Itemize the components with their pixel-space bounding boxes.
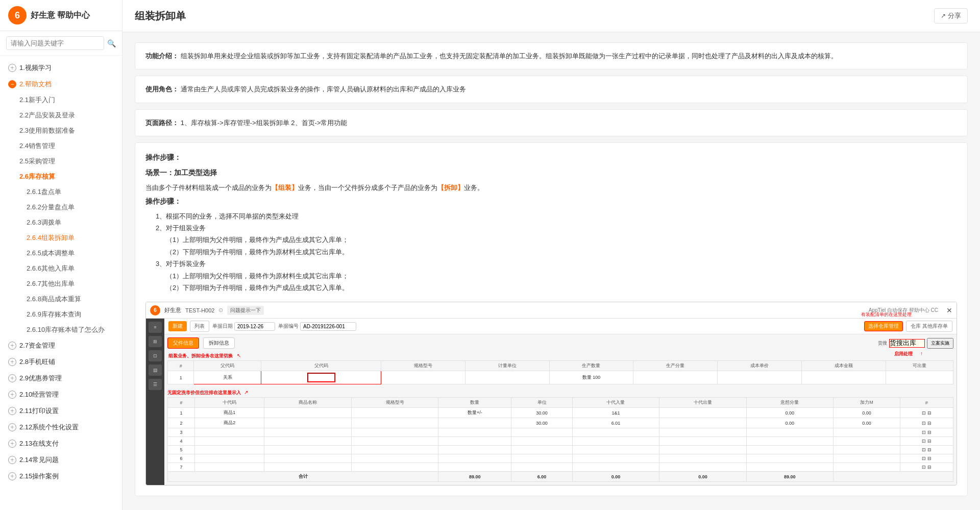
sku-input[interactable] <box>300 322 356 331</box>
sidebar-item-online-pay[interactable]: + 2.13在线支付 <box>0 435 122 452</box>
footer-val2: 6.00 <box>511 472 572 482</box>
bth-m: 加力M <box>834 398 900 408</box>
test-id: TEST-H002 <box>185 307 214 313</box>
plus-icon-cases: + <box>8 472 16 480</box>
app-sidebar-icon4[interactable]: ▤ <box>149 365 162 376</box>
search-label: 货搜 <box>878 340 887 347</box>
bth-in: 十代入量 <box>572 398 659 408</box>
sidebar-item-finance[interactable]: + 2.7资金管理 <box>0 337 122 354</box>
nav-group-custom: + 2.12系统个性化设置 <box>0 419 122 435</box>
sidebar-item-custom[interactable]: + 2.12系统个性化设置 <box>0 419 122 435</box>
share-icon: ↗ <box>941 12 946 19</box>
plus-icon-coupon: + <box>8 374 16 382</box>
role-label: 使用角色： <box>145 85 179 93</box>
path-block: 页面路径： 1、库存核算->库存管理->组装拆卸单 2、首页->常用功能 <box>135 109 968 136</box>
app-sidebar: ≡ ⊞ ⊡ ▤ ☰ <box>146 319 164 485</box>
main-content: 功能介绍： 组装拆卸单用来处理企业组装或拆卸等加工业务，支持有固定装配清单的产品… <box>122 32 980 510</box>
screenshot-inner: 6 好生意 TEST-H002 ⊙ 问题提示一下 AppTiel 自动保存 帮助… <box>146 302 957 485</box>
date-label: 单据日期 <box>212 323 233 330</box>
sidebar-item-data-prep[interactable]: 2.3使用前数据准备 <box>0 123 122 138</box>
intro-text: 组装拆卸单用来处理企业组装或拆卸等加工业务，支持有固定装配清单的产品加工业务，也… <box>181 52 838 60</box>
step2-2: （2）下部明细为子件明细，最终作为原材料生成其它出库单。 <box>166 246 957 258</box>
app-search-input[interactable] <box>889 339 925 348</box>
app-btn-approve[interactable]: 选择仓库管理 <box>864 321 903 331</box>
sidebar-item-print[interactable]: + 2.11打印设置 <box>0 403 122 419</box>
top-icon1: ⊙ <box>218 307 223 313</box>
sidebar-item-inv2610[interactable]: 2.6.10库存账本错了怎么办 <box>0 322 122 337</box>
search-input[interactable] <box>6 36 104 50</box>
td-unit <box>465 371 549 384</box>
app-sidebar-icon3[interactable]: ⊡ <box>149 350 162 361</box>
sidebar-item-inv262[interactable]: 2.6.2分量盘点单 <box>0 200 122 215</box>
plus-icon-ops: + <box>8 391 16 399</box>
close-icon[interactable]: ✕ <box>946 306 952 314</box>
app-btn-confirm[interactable]: 立案实施 <box>927 338 953 349</box>
nav-group-video: + 1.视频学习 <box>0 60 122 76</box>
plus-icon-mobile: + <box>8 358 16 366</box>
sidebar-item-inv264[interactable]: 2.6.4组装拆卸单 <box>0 230 122 246</box>
table-footer: 合计 89.00 6.00 0.00 0.00 89.00 <box>168 472 953 482</box>
bth-num: # <box>168 398 195 408</box>
top-btn-help[interactable]: 问题提示一下 <box>227 306 264 315</box>
app-btn-action[interactable]: 仓库 其他库存单 <box>906 321 952 332</box>
app-tab-disassembly[interactable]: 拆卸信息 <box>203 337 235 349</box>
app-layout: ≡ ⊞ ⊡ ▤ ☰ 新建 列表 <box>146 319 957 485</box>
sidebar-item-install[interactable]: 2.2产品安装及登录 <box>0 108 122 123</box>
app-sidebar-icon1[interactable]: ≡ <box>149 322 162 333</box>
th-avail: 可出量 <box>886 361 953 371</box>
sidebar-item-inv261[interactable]: 2.6.1盘点单 <box>0 184 122 200</box>
nav-group-online-pay: + 2.13在线支付 <box>0 435 122 452</box>
sidebar-item-inv265[interactable]: 2.6.5成本调整单 <box>0 246 122 261</box>
footer-val3: 0.00 <box>572 472 659 482</box>
sidebar-item-newbie[interactable]: 2.1新手入门 <box>0 92 122 108</box>
app-sidebar-icon2[interactable]: ⊞ <box>149 336 162 347</box>
plus-icon-finance: + <box>8 342 16 350</box>
table-row: 7⊡ ⊟ <box>168 463 953 472</box>
td-input[interactable] <box>307 373 335 382</box>
app-tab-parent[interactable]: 父件信息 <box>167 337 199 349</box>
arrow-icon-switch: ↖ <box>237 353 241 358</box>
td-cost-amt-val <box>802 371 886 384</box>
td-pname <box>261 371 381 384</box>
sidebar-item-cases[interactable]: + 2.15操作案例 <box>0 468 122 484</box>
table-row: 5⊡ ⊟ <box>168 446 953 454</box>
bth-out: 十代出量 <box>659 398 746 408</box>
sidebar-item-purchase[interactable]: 2.5采购管理 <box>0 154 122 169</box>
footer-val1: 89.00 <box>438 472 511 482</box>
sidebar-item-inv268[interactable]: 2.6.8商品成本重算 <box>0 292 122 307</box>
search-icon[interactable]: 🔍 <box>107 39 116 47</box>
date-input[interactable] <box>234 322 275 331</box>
step2-1: （1）上部明细为父件明细，最终作为产成品生成其它入库单； <box>166 234 957 246</box>
annotation-switch: 组装业务、拆卸业务在这里切换 <box>168 353 233 358</box>
sidebar-item-sales[interactable]: 2.4销售管理 <box>0 138 122 154</box>
plus-icon-custom: + <box>8 423 16 431</box>
minus-icon: − <box>8 80 16 88</box>
th-spec: 规格型号 <box>381 361 465 371</box>
sidebar-item-video[interactable]: + 1.视频学习 <box>0 60 122 76</box>
td-cost-price-val <box>718 371 802 384</box>
site-title: 好生意 帮助中心 <box>31 10 90 21</box>
sidebar-item-inv267[interactable]: 2.6.7其他出库单 <box>0 276 122 292</box>
th-pname: 父代码 <box>261 361 381 371</box>
sidebar-header: 6 好生意 帮助中心 <box>0 0 122 31</box>
main-header: 组装拆卸单 ↗ 分享 <box>122 0 980 32</box>
sidebar-item-coupon[interactable]: + 2.9优惠券管理 <box>0 370 122 386</box>
nav-list: + 1.视频学习 − 2.帮助文档 2.1新手入门 2.2产品安装及登录 2.3… <box>0 56 122 510</box>
path-label: 页面路径： <box>145 119 179 127</box>
share-button[interactable]: ↗ 分享 <box>934 8 968 23</box>
plus-icon-online-pay: + <box>8 440 16 448</box>
sidebar-item-inventory[interactable]: 2.6库存核算 <box>0 169 122 184</box>
sidebar-item-inv269[interactable]: 2.6.9库存账本查询 <box>0 307 122 322</box>
app-sidebar-icon5[interactable]: ☰ <box>149 379 162 390</box>
main: 组装拆卸单 ↗ 分享 功能介绍： 组装拆卸单用来处理企业组装或拆卸等加工业务，支… <box>122 0 980 510</box>
app-btn-new[interactable]: 新建 <box>168 321 187 331</box>
sidebar-item-docs[interactable]: − 2.帮助文档 <box>0 76 122 92</box>
app-btn-list[interactable]: 列表 <box>190 321 209 332</box>
sidebar-item-mobile[interactable]: + 2.8手机旺铺 <box>0 354 122 370</box>
sidebar-item-ops[interactable]: + 2.10经营管理 <box>0 386 122 403</box>
sidebar-item-inv266[interactable]: 2.6.6其他入库单 <box>0 261 122 276</box>
sidebar-item-faq[interactable]: + 2.14常见问题 <box>0 452 122 468</box>
sidebar-item-inv263[interactable]: 2.6.3调拨单 <box>0 215 122 230</box>
th-unit: 计量单位 <box>465 361 549 371</box>
table-row: 1 关系 数量 100 <box>168 371 953 384</box>
